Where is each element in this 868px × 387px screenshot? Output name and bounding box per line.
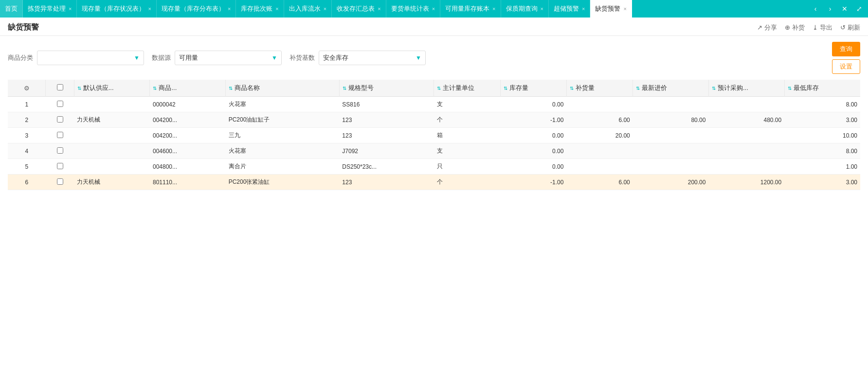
row-checkbox[interactable] (57, 132, 63, 138)
cell-index: 1 (8, 97, 46, 112)
cell-min-stock: 3.00 (784, 112, 860, 128)
close-icon[interactable]: × (324, 6, 326, 12)
nav-close-button[interactable]: ✕ (838, 2, 851, 16)
sort-icon: ⇅ (636, 86, 640, 91)
close-icon[interactable]: × (69, 6, 72, 12)
th-unit[interactable]: ⇅ 主计量单位 (434, 80, 500, 97)
close-icon[interactable]: × (378, 6, 380, 12)
category-select[interactable]: ▼ (37, 51, 144, 65)
cell-stock: -1.00 (500, 175, 566, 190)
cell-unit: 箱 (434, 128, 500, 143)
th-stock[interactable]: ⇅ 库存量 (500, 80, 566, 97)
nav-tab-home[interactable]: 首页 (0, 0, 23, 18)
cell-check[interactable] (46, 97, 74, 112)
close-icon[interactable]: × (148, 6, 151, 12)
refresh-icon: ↺ (840, 24, 846, 31)
nav-tab-flow[interactable]: 出入库流水 × (284, 0, 332, 18)
close-icon[interactable]: × (275, 6, 278, 12)
cell-check[interactable] (46, 128, 74, 143)
nav-tab-available[interactable]: 可用量库存账本 × (440, 0, 501, 18)
cell-check[interactable] (46, 112, 74, 128)
close-icon[interactable]: × (582, 6, 585, 12)
share-button[interactable]: ↗ 分享 (757, 23, 777, 32)
cell-supplier (74, 97, 150, 112)
cell-replenish: 20.00 (566, 128, 633, 143)
row-checkbox[interactable] (57, 116, 63, 123)
settings-gear-icon[interactable]: ⚙ (11, 85, 42, 92)
cell-name: 三九 (226, 128, 340, 143)
cell-stock: -1.00 (500, 112, 566, 128)
close-icon[interactable]: × (623, 6, 626, 12)
nav-next-button[interactable]: › (823, 2, 837, 16)
cell-index: 5 (8, 159, 46, 175)
replenish-button[interactable]: ⊕ 补货 (785, 23, 805, 32)
th-estimated[interactable]: ⇅ 预计采购... (708, 80, 784, 97)
th-checkbox[interactable] (46, 80, 74, 97)
replenish-base-value: 安全库存 (323, 53, 348, 62)
row-checkbox[interactable] (57, 147, 63, 154)
sort-icon: ⇅ (77, 86, 81, 91)
close-icon[interactable]: × (541, 6, 543, 12)
nav-tab-summary[interactable]: 收发存汇总表 × (332, 0, 386, 18)
select-all-checkbox[interactable] (57, 84, 63, 90)
cell-name: PC200油缸缸子 (226, 112, 340, 128)
close-icon[interactable]: × (492, 6, 495, 12)
nav-tab-inventory-status[interactable]: 现存量（库存状况表） × (77, 0, 156, 18)
refresh-button[interactable]: ↺ 刷新 (840, 23, 860, 32)
th-min-stock[interactable]: ⇅ 最低库存 (784, 80, 860, 97)
nav-expand-button[interactable]: ⤢ (852, 2, 866, 16)
th-code[interactable]: ⇅ 商品... (150, 80, 226, 97)
nav-tab-pick[interactable]: 拣货异常处理 × (23, 0, 77, 18)
cell-check[interactable] (46, 143, 74, 159)
cell-name: 离合片 (226, 159, 340, 175)
th-spec[interactable]: ⇅ 规格型号 (339, 80, 434, 97)
cell-estimated (708, 97, 784, 112)
nav-tab-order-stats[interactable]: 要货单统计表 × (386, 0, 440, 18)
nav-tab-batch[interactable]: 库存批次账 × (236, 0, 284, 18)
nav-tab-expiry[interactable]: 保质期查询 × (501, 0, 549, 18)
row-checkbox[interactable] (57, 178, 63, 185)
table-row: 2 力天机械 004200... PC200油缸缸子 123 个 -1.00 6… (8, 112, 860, 128)
datasource-select[interactable]: 可用量 ▼ (175, 51, 282, 65)
cell-supplier: 力天机械 (74, 112, 150, 128)
nav-tab-stockout[interactable]: 缺货预警 × (590, 0, 632, 18)
export-button[interactable]: ⤓ 导出 (813, 23, 832, 32)
row-checkbox[interactable] (57, 101, 63, 107)
datasource-label: 数据源 (152, 53, 171, 62)
replenish-base-select[interactable]: 安全库存 ▼ (319, 51, 426, 65)
nav-prev-button[interactable]: ‹ (809, 2, 822, 16)
close-icon[interactable]: × (228, 6, 231, 12)
settings-button[interactable]: 设置 (832, 59, 860, 74)
filter-row: 商品分类 ▼ 数据源 可用量 ▼ 补货基数 安全库存 ▼ 查询 设置 (0, 36, 868, 80)
nav-tab-overstock[interactable]: 超储预警 × (549, 0, 590, 18)
th-latest-price[interactable]: ⇅ 最新进价 (633, 80, 709, 97)
stockout-table: ⚙ ⇅ 默认供应... ⇅ 商品... (8, 80, 860, 190)
category-filter-group: 商品分类 ▼ (8, 51, 144, 65)
cell-min-stock: 3.00 (784, 175, 860, 190)
row-checkbox[interactable] (57, 163, 63, 169)
sort-icon: ⇅ (229, 86, 233, 91)
close-icon[interactable]: × (432, 6, 435, 12)
cell-latest-price: 200.00 (633, 175, 709, 190)
cell-spec: J7092 (339, 143, 434, 159)
th-name[interactable]: ⇅ 商品名称 (226, 80, 340, 97)
sort-icon: ⇅ (788, 86, 792, 91)
chevron-down-icon: ▼ (271, 54, 277, 61)
th-settings[interactable]: ⚙ (8, 80, 46, 97)
cell-min-stock: 8.00 (784, 97, 860, 112)
cell-name: PC200张紧油缸 (226, 175, 340, 190)
cell-index: 2 (8, 112, 46, 128)
cell-spec: 123 (339, 128, 434, 143)
cell-supplier: 力天机械 (74, 175, 150, 190)
cell-check[interactable] (46, 159, 74, 175)
th-supplier[interactable]: ⇅ 默认供应... (74, 80, 150, 97)
cell-latest-price (633, 97, 709, 112)
cell-estimated: 1200.00 (708, 175, 784, 190)
cell-min-stock: 1.00 (784, 159, 860, 175)
cell-name: 火花塞 (226, 97, 340, 112)
cell-code: 004200... (150, 112, 226, 128)
cell-check[interactable] (46, 175, 74, 190)
query-button[interactable]: 查询 (832, 42, 860, 56)
nav-tab-inventory-dist[interactable]: 现存量（库存分布表） × (157, 0, 236, 18)
th-replenish[interactable]: ⇅ 补货量 (566, 80, 633, 97)
